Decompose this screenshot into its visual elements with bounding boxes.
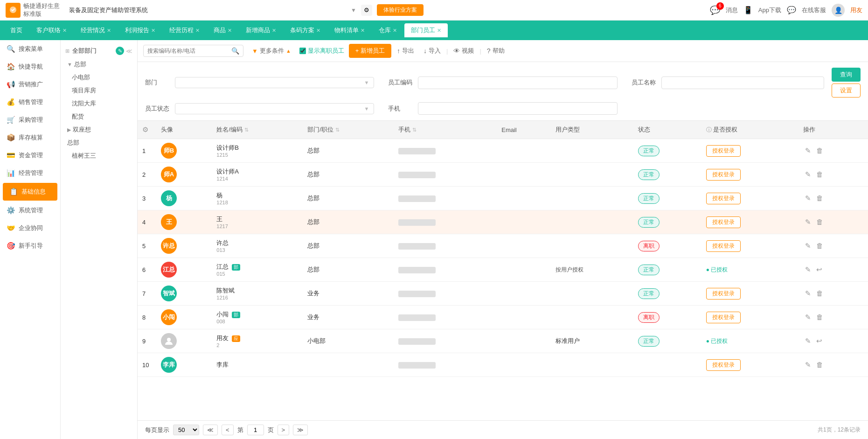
close-icon[interactable]: ✕ xyxy=(316,28,320,34)
close-icon[interactable]: ✕ xyxy=(393,28,397,34)
delete-btn[interactable]: 🗑 xyxy=(814,241,825,251)
col-settings[interactable]: ⚙ xyxy=(138,121,156,139)
delete-btn[interactable]: 🗑 xyxy=(814,312,825,322)
sidebar-item-guide[interactable]: 🎯 新手引导 xyxy=(0,237,60,255)
tab-customer[interactable]: 客户联络 ✕ xyxy=(30,23,73,37)
prev-page-btn[interactable]: < xyxy=(222,425,234,435)
edit-btn[interactable]: ✎ xyxy=(803,217,813,227)
export-btn[interactable]: ↑ 导出 xyxy=(393,45,418,57)
tab-dept-employee[interactable]: 部门员工 ✕ xyxy=(404,23,448,37)
dept-item-shenyang[interactable]: 沈阳大库 xyxy=(61,97,137,110)
page-input[interactable] xyxy=(247,425,264,435)
sidebar-item-management[interactable]: 📊 经营管理 xyxy=(0,164,60,182)
tab-operations[interactable]: 经营情况 ✕ xyxy=(74,23,118,37)
dept-item-delivery[interactable]: 配货 xyxy=(61,110,137,123)
dept-item-shuangzuo[interactable]: ▶ 双座想 xyxy=(61,123,137,136)
dept-item-project-storage[interactable]: 项目库房 xyxy=(61,84,137,97)
sort-name-icon[interactable]: ⇅ xyxy=(244,127,249,132)
edit-dept-icon[interactable]: ✎ xyxy=(116,47,124,55)
edit-btn[interactable]: ✎ xyxy=(803,288,813,299)
close-icon[interactable]: ✕ xyxy=(151,28,155,34)
auth-login-btn[interactable]: 授权登录 xyxy=(706,169,741,181)
dept-item-plant[interactable]: 植树王三 xyxy=(61,149,137,162)
search-input[interactable] xyxy=(147,48,231,54)
close-icon[interactable]: ✕ xyxy=(195,28,200,34)
dept-item-zongbu[interactable]: 总部 xyxy=(61,136,137,149)
sidebar-item-nav[interactable]: 🏠 快捷导航 xyxy=(0,58,60,76)
tab-goods[interactable]: 商品 ✕ xyxy=(207,23,238,37)
edit-btn[interactable]: ✎ xyxy=(803,146,813,156)
tab-warehouse[interactable]: 仓库 ✕ xyxy=(372,23,403,37)
next-page-btn[interactable]: > xyxy=(278,425,290,435)
dept-select[interactable]: ▼ xyxy=(175,77,374,88)
edit-btn[interactable]: ✎ xyxy=(803,193,813,203)
experience-btn[interactable]: 体验行业方案 xyxy=(377,4,424,16)
edit-btn[interactable]: ✎ xyxy=(803,265,813,275)
sidebar-item-search[interactable]: 🔍 搜索菜单 xyxy=(0,40,60,58)
message-label[interactable]: 消息 xyxy=(726,6,738,14)
delete-btn[interactable]: 🗑 xyxy=(814,217,825,227)
auth-login-btn[interactable]: 授权登录 xyxy=(706,240,741,252)
close-icon[interactable]: ✕ xyxy=(107,28,111,34)
search-input-wrap[interactable]: 🔍 xyxy=(143,45,243,57)
phone-input[interactable] xyxy=(418,102,617,115)
auth-login-btn[interactable]: 授权登录 xyxy=(706,359,741,371)
per-page-select[interactable]: 50 100 200 xyxy=(173,425,199,435)
column-settings-icon[interactable]: ⚙ xyxy=(142,125,148,133)
tab-history[interactable]: 经营历程 ✕ xyxy=(163,23,206,37)
sidebar-item-sales[interactable]: 💰 销售管理 xyxy=(0,93,60,111)
tab-profit[interactable]: 利润报告 ✕ xyxy=(118,23,162,37)
edit-btn[interactable]: ✎ xyxy=(803,312,813,322)
title-dropdown[interactable]: ▼ xyxy=(351,7,356,14)
dept-tree-actions[interactable]: ✎ ≪ xyxy=(116,47,132,55)
message-icon-wrap[interactable]: 💬 6 xyxy=(710,5,720,15)
show-resigned-checkbox[interactable] xyxy=(299,48,306,54)
close-icon[interactable]: ✕ xyxy=(272,28,276,34)
sort-phone-icon[interactable]: ⇅ xyxy=(412,127,417,132)
view-btn[interactable]: 👁 视频 xyxy=(450,45,478,57)
delete-btn[interactable]: 🗑 xyxy=(814,193,825,203)
tab-add-goods[interactable]: 新增商品 ✕ xyxy=(239,23,283,37)
user-label[interactable]: 用友 xyxy=(850,6,862,14)
close-icon[interactable]: ✕ xyxy=(228,28,232,34)
delete-btn[interactable]: ↩ xyxy=(814,265,824,275)
settings-gear-icon[interactable]: ⚙ xyxy=(361,5,372,16)
edit-btn[interactable]: ✎ xyxy=(803,360,813,370)
app-download-label[interactable]: App下载 xyxy=(758,6,781,14)
edit-btn[interactable]: ✎ xyxy=(803,336,813,346)
delete-btn[interactable]: 🗑 xyxy=(814,146,825,155)
last-page-btn[interactable]: ≫ xyxy=(293,425,308,435)
close-icon[interactable]: ✕ xyxy=(62,28,67,34)
add-employee-btn[interactable]: + 新增员工 xyxy=(349,44,391,58)
first-page-btn[interactable]: ≪ xyxy=(203,425,218,435)
dept-item-general[interactable]: ▼ 总部 xyxy=(61,58,137,71)
tab-bom[interactable]: 物料清单 ✕ xyxy=(328,23,371,37)
tab-home[interactable]: 首页 xyxy=(4,23,29,37)
set-btn[interactable]: 设置 xyxy=(832,84,861,98)
delete-btn[interactable]: 🗑 xyxy=(814,288,825,298)
delete-btn[interactable]: ↩ xyxy=(814,336,824,346)
sidebar-item-basic[interactable]: 📋 基础信息 xyxy=(3,183,57,201)
emp-status-select[interactable]: ▼ xyxy=(175,103,374,114)
sort-dept-icon[interactable]: ⇅ xyxy=(335,127,340,132)
tab-barcode[interactable]: 条码方案 ✕ xyxy=(284,23,327,37)
edit-btn[interactable]: ✎ xyxy=(803,169,813,180)
col-name[interactable]: 姓名/编码 ⇅ xyxy=(212,121,303,139)
sidebar-item-collab[interactable]: 🤝 企业协同 xyxy=(0,219,60,237)
delete-btn[interactable]: 🗑 xyxy=(814,360,825,369)
close-icon[interactable]: ✕ xyxy=(437,28,441,34)
sidebar-item-marketing[interactable]: 📢 营销推广 xyxy=(0,76,60,93)
auth-login-btn[interactable]: 授权登录 xyxy=(706,145,741,157)
query-btn[interactable]: 查询 xyxy=(832,68,861,82)
delete-btn[interactable]: 🗑 xyxy=(814,169,825,179)
emp-code-input[interactable] xyxy=(418,77,617,89)
avatar[interactable]: 👤 xyxy=(832,4,845,17)
show-resigned-checkbox-wrap[interactable]: 显示离职员工 xyxy=(299,47,344,55)
online-service-label[interactable]: 在线客服 xyxy=(802,6,826,14)
auth-login-btn[interactable]: 授权登录 xyxy=(706,193,741,204)
collapse-dept-icon[interactable]: ≪ xyxy=(126,48,132,55)
more-filters-btn[interactable]: ▼ 更多条件 ▲ xyxy=(248,45,295,57)
auth-login-btn[interactable]: 授权登录 xyxy=(706,312,741,323)
edit-btn[interactable]: ✎ xyxy=(803,241,813,251)
auth-login-btn[interactable]: 授权登录 xyxy=(706,216,741,228)
